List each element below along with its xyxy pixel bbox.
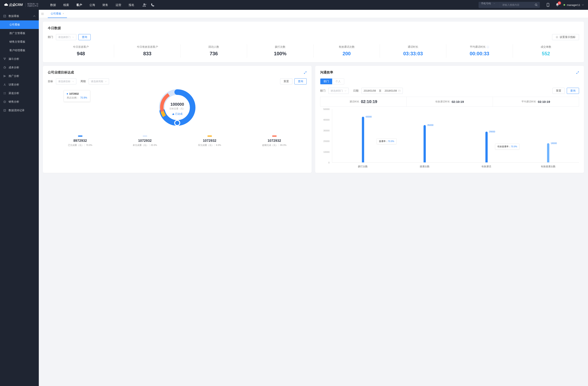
sidebar-item-channel[interactable]: 渠道分析 xyxy=(0,89,39,97)
mobile-icon[interactable] xyxy=(546,3,550,7)
reset-button[interactable]: 重置 xyxy=(552,88,565,94)
calendar-icon xyxy=(398,90,400,92)
info-icon xyxy=(486,46,489,48)
metric-label: 有效通话次数 xyxy=(314,45,380,49)
sidebar-item-sales-board[interactable]: 销售主管看板 xyxy=(0,38,39,46)
sidebar-item-promo[interactable]: 推广分析 xyxy=(0,72,39,80)
target-select[interactable]: 请选择目标 xyxy=(56,78,76,84)
tabbar-menu-icon[interactable] xyxy=(41,12,44,16)
today-title: 今日数据 xyxy=(48,26,61,30)
x-axis-label: 有效通话 xyxy=(456,165,517,168)
nav-finance[interactable]: 财务 xyxy=(99,0,112,10)
search-input[interactable] xyxy=(500,2,532,8)
sidebar-item-manager-board[interactable]: 客户经理看板 xyxy=(0,46,39,55)
query-button[interactable]: 查询 xyxy=(78,34,91,40)
close-icon[interactable]: ✕ xyxy=(63,12,64,15)
bar-value-label: 43000 xyxy=(365,116,372,118)
stat-label: 有效通话时长 xyxy=(435,100,450,103)
tab-dept[interactable]: 部门 xyxy=(320,78,332,84)
sidebar-item-company-board[interactable]: 公司看板 xyxy=(0,20,39,29)
thumbs-up-icon xyxy=(172,113,174,115)
bar-value-label: 18000 xyxy=(551,142,557,144)
settings-button[interactable]: 设置显示指标 xyxy=(552,34,579,40)
sidebar-item-promo-board[interactable]: 推广主管看板 xyxy=(0,29,39,38)
dept-select[interactable]: 请选择部门 xyxy=(56,34,76,40)
legend-label: 已完成量（元）70.9% xyxy=(48,144,112,147)
sidebar-item-sales[interactable]: 销售分析 xyxy=(0,97,39,106)
nav-ops[interactable]: 运营 xyxy=(112,0,125,10)
comm-dept-select[interactable]: 请选择部门 xyxy=(328,88,349,94)
sidebar-item-visitor[interactable]: 访客分析 xyxy=(0,80,39,89)
bar xyxy=(547,143,549,162)
metric-label: 平均通话时长 xyxy=(446,45,512,49)
stat-value: 02:10:19 xyxy=(452,100,464,103)
metric-label: 今日首咨客户 xyxy=(48,45,114,49)
sidebar-group-dashboard[interactable]: 数据看板 xyxy=(0,12,39,20)
metric-label: 成交单数 xyxy=(513,45,579,49)
legend-label: 超额完成（元）89.9% xyxy=(242,144,307,147)
legend-label: 未完成量（元）20.9% xyxy=(112,144,177,147)
expand-icon[interactable] xyxy=(576,71,579,74)
query-button[interactable]: 查询 xyxy=(567,88,579,94)
svg-point-0 xyxy=(144,3,145,5)
add-user-icon[interactable] xyxy=(143,3,147,7)
logo-subtitle: 教育机构一站式服务云平台 xyxy=(25,3,38,7)
nav-customers[interactable]: 客户 xyxy=(73,0,86,10)
metric-label: 通话时长 xyxy=(380,45,446,49)
comm-efficiency-card: 沟通效率 部门 个人 部门 请选择部门 日期 xyxy=(315,66,584,173)
nav-leads[interactable]: 线索 xyxy=(60,0,73,10)
search-type-select[interactable]: 手机号码 xyxy=(479,2,500,8)
svg-point-19 xyxy=(175,120,180,125)
tab-bar: 公司看板 ✕ xyxy=(39,10,588,18)
notification-badge: 5 xyxy=(558,1,561,5)
scope-tabs: 部门 个人 xyxy=(320,78,344,84)
nav-public[interactable]: 公海 xyxy=(86,0,99,10)
stat-value: 02:10:19 xyxy=(538,100,550,103)
target-card: 公司业绩目标达成 目标 请选择目标 周期 请选择周期 重置 xyxy=(43,66,312,173)
metric-value: 736 xyxy=(181,51,247,57)
metric-value: 03:33:03 xyxy=(380,51,446,57)
tab-person[interactable]: 个人 xyxy=(332,78,344,84)
dept-label: 部门 xyxy=(48,35,53,39)
nav-data[interactable]: 数据 xyxy=(46,0,60,10)
date-range[interactable]: 2018/01/08 至 2018/01/08 xyxy=(361,88,403,94)
sidebar: 数据看板 公司看板 推广主管看板 销售主管看板 客户经理看板 漏斗分析 成本分析… xyxy=(0,10,39,386)
bar-value-label: 29000 xyxy=(489,130,495,133)
metric-value: 833 xyxy=(114,51,180,57)
chevron-up-icon xyxy=(33,15,36,17)
sidebar-item-funnel[interactable]: 漏斗分析 xyxy=(0,55,39,63)
bell-icon[interactable]: 5 xyxy=(555,3,559,7)
svg-point-13 xyxy=(557,37,557,38)
donut-tooltip: 1072932 所占比例：70.9% xyxy=(64,90,90,102)
user-menu[interactable]: manager11 xyxy=(564,3,584,6)
target-title: 公司业绩目标达成 xyxy=(48,70,74,75)
donut-status: 已达成 xyxy=(169,112,185,116)
svg-rect-12 xyxy=(4,109,5,111)
metric-value: 552 xyxy=(513,51,579,57)
metric-value: 100% xyxy=(247,51,313,57)
donut-center-label: 目标总量（元） xyxy=(169,107,185,110)
expand-icon[interactable] xyxy=(304,71,307,74)
svg-point-8 xyxy=(5,92,5,93)
reset-button[interactable]: 重置 xyxy=(280,78,292,84)
query-button[interactable]: 查询 xyxy=(294,78,307,84)
sidebar-item-cost[interactable]: 成本分析 xyxy=(0,63,39,72)
legend-label: 应完成量（元）8.9% xyxy=(177,144,242,147)
svg-point-9 xyxy=(4,94,4,94)
period-select[interactable]: 请选择周期 xyxy=(89,78,109,84)
dial-icon[interactable] xyxy=(151,3,155,7)
search-button[interactable] xyxy=(532,2,540,8)
legend-value: 8972932 xyxy=(48,139,112,143)
effective-rate-annotation: 有效接通率：70.9% xyxy=(495,144,519,150)
top-nav: 数据 线索 客户 公海 财务 运营 报名 xyxy=(46,0,138,10)
stat-value: 02:10:19 xyxy=(361,99,377,104)
nav-enroll[interactable]: 报名 xyxy=(125,0,138,10)
x-axis-label: 有效接通次数 xyxy=(517,165,579,168)
sidebar-item-flow-log[interactable]: 数据流转记录 xyxy=(0,106,39,115)
status-dot xyxy=(564,4,565,6)
stat-label: 通话时长 xyxy=(350,100,359,103)
svg-point-1 xyxy=(535,4,537,5)
connect-rate-annotation: 接通率：70.9% xyxy=(377,138,397,144)
tab-company-board[interactable]: 公司看板 ✕ xyxy=(48,10,67,18)
svg-point-10 xyxy=(5,94,5,94)
